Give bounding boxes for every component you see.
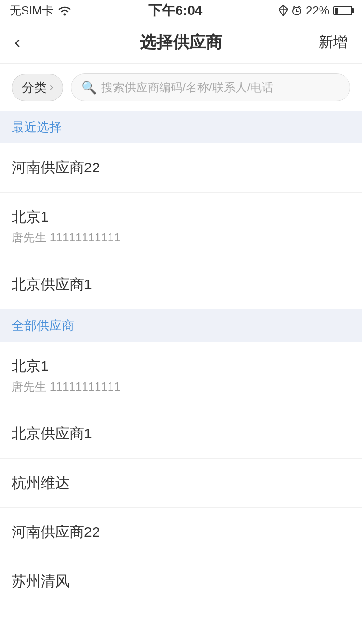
status-bar: 无SIM卡 下午6:04 22%: [0, 0, 362, 21]
item-name: 北京1: [12, 356, 350, 376]
svg-line-6: [293, 6, 295, 7]
svg-line-7: [299, 6, 300, 7]
status-left: 无SIM卡: [10, 3, 72, 18]
wifi-icon: [57, 5, 72, 16]
list-item[interactable]: 苏州清风: [0, 557, 362, 606]
list-item[interactable]: 北京1唐先生 11111111111: [0, 193, 362, 260]
list-item[interactable]: 北京供应商1: [0, 409, 362, 459]
item-name: 苏州清风: [12, 572, 350, 591]
item-sub: 唐先生 11111111111: [12, 379, 350, 394]
item-name: 河南供应商22: [12, 522, 350, 542]
list-item[interactable]: 北京供应商1: [0, 260, 362, 309]
alarm-icon: [292, 5, 302, 16]
section-header-all: 全部供应商: [0, 309, 362, 342]
item-name: 北京供应商1: [12, 275, 350, 294]
item-name: 北京供应商1: [12, 424, 350, 444]
filter-bar: 分类 › 🔍 搜索供应商编码/名称/联系人/电话: [0, 64, 362, 111]
battery-icon: [333, 6, 352, 15]
search-placeholder: 搜索供应商编码/名称/联系人/电话: [101, 80, 273, 95]
section-header-recent: 最近选择: [0, 111, 362, 143]
item-name: 北京1: [12, 207, 350, 227]
sections-container: 最近选择河南供应商22北京1唐先生 11111111111北京供应商1全部供应商…: [0, 111, 362, 606]
battery-percent: 22%: [306, 4, 329, 17]
status-right: 22%: [279, 4, 352, 17]
item-name: 河南供应商22: [12, 158, 350, 178]
search-input-wrap[interactable]: 🔍 搜索供应商编码/名称/联系人/电话: [71, 73, 350, 101]
list-item[interactable]: 杭州维达: [0, 459, 362, 508]
chevron-right-icon: ›: [50, 81, 53, 94]
svg-point-0: [63, 14, 66, 16]
page-title: 选择供应商: [140, 31, 222, 54]
item-name: 杭州维达: [12, 473, 350, 493]
no-sim-label: 无SIM卡: [10, 3, 54, 18]
item-sub: 唐先生 11111111111: [12, 230, 350, 245]
back-button[interactable]: ‹: [14, 32, 43, 53]
list-item[interactable]: 河南供应商22: [0, 143, 362, 193]
list-item[interactable]: 北京1唐先生 11111111111: [0, 342, 362, 409]
status-time: 下午6:04: [148, 1, 202, 20]
category-button[interactable]: 分类 ›: [12, 74, 63, 101]
nav-bar: ‹ 选择供应商 新增: [0, 21, 362, 64]
search-icon: 🔍: [81, 80, 97, 95]
add-button[interactable]: 新增: [319, 32, 348, 52]
list-item[interactable]: 河南供应商22: [0, 508, 362, 557]
location-icon: [279, 5, 288, 16]
